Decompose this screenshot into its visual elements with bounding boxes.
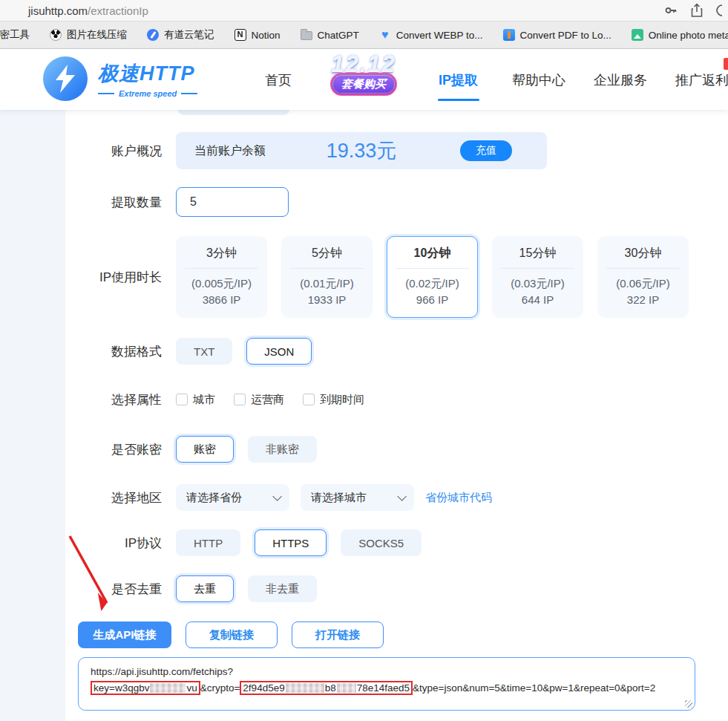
folder-icon [301, 31, 312, 40]
panda-icon [50, 29, 62, 41]
toolbar-partial-icon[interactable] [715, 3, 722, 18]
textarea-resize-grip[interactable] [685, 700, 692, 708]
generate-api-link-button[interactable]: 生成API链接 [78, 622, 171, 648]
youdao-pencil-icon [147, 29, 159, 41]
photo-metadata-icon [632, 29, 643, 41]
checkbox-icon[interactable] [234, 394, 246, 405]
region-label: 选择地区 [65, 489, 162, 506]
bookmark-label: Convert WEBP to... [396, 30, 483, 41]
auth-row: 是否账密 账密 非账密 [65, 436, 728, 463]
url-host: jisuhttp.com [28, 4, 88, 17]
notion-icon: N [235, 29, 246, 41]
nav-ip-extract[interactable]: IP提取 [439, 71, 478, 89]
duration-option-10min-selected[interactable]: 10分钟 (0.02元/IP) 966 IP [387, 236, 478, 318]
actions-row: 生成API链接 复制链接 打开链接 [65, 622, 728, 648]
bookmark-item[interactable]: Online photo meta... [632, 29, 728, 41]
attributes-row: 选择属性 城市 运营商 到期时间 [65, 391, 728, 408]
bookmark-item[interactable]: 加密工具 [0, 28, 30, 42]
checkbox-carrier[interactable]: 运营商 [234, 393, 284, 407]
chevron-down-icon [397, 492, 407, 501]
promo-buy-label: 套餐购买 [330, 73, 397, 96]
duration-option-3min[interactable]: 3分钟 (0.005元/IP) 3866 IP [176, 236, 267, 318]
protocol-option-socks5[interactable]: SOCKS5 [341, 529, 422, 556]
format-row: 数据格式 TXT JSON [65, 338, 728, 365]
balance-label: 当前账户余额 [194, 143, 266, 159]
site-logo[interactable]: 极速HTTP Extreme speed [43, 56, 197, 101]
masked-key-segment [150, 683, 186, 693]
protocol-row: IP协议 HTTP HTTPS SOCKS5 [65, 529, 728, 556]
dedupe-row: 是否去重 去重 非去重 [65, 575, 728, 602]
bookmark-item[interactable]: 有道云笔记 [147, 28, 214, 42]
promo-badge-1212[interactable]: 12.12 套餐购买 [319, 50, 408, 96]
city-select[interactable]: 请选择城市 [301, 484, 414, 511]
recharge-button[interactable]: 充值 [460, 140, 512, 161]
duration-option-30min[interactable]: 30分钟 (0.06元/IP) 322 IP [597, 236, 689, 318]
nav-home[interactable]: 首页 [265, 71, 292, 89]
dedupe-option-no[interactable]: 非去重 [248, 575, 317, 602]
extraction-form-card: 账户概况 当前账户余额 19.33元 充值 提取数量 IP使用时长 3分钟 (0… [65, 110, 728, 721]
account-label: 账户概况 [65, 143, 162, 160]
auth-label: 是否账密 [65, 441, 162, 458]
site-header: 极速HTTP Extreme speed 首页 12.12 套餐购买 IP提取 … [0, 49, 728, 110]
bookmark-item[interactable]: ChatGPT [301, 30, 359, 41]
nav-referral[interactable]: 推广返利 [675, 71, 728, 89]
bookmark-item[interactable]: N Notion [235, 29, 281, 41]
browser-topbar: jisuhttp.com/extractionIp [0, 0, 728, 21]
logo-subtitle: Extreme speed [98, 89, 197, 98]
address-bar[interactable]: jisuhttp.com/extractionIp [28, 4, 148, 17]
bookmark-label: ChatGPT [318, 30, 359, 41]
lightning-logo-icon [43, 56, 88, 101]
duration-option-5min[interactable]: 5分钟 (0.01元/IP) 1933 IP [281, 236, 373, 318]
password-key-icon[interactable] [663, 3, 678, 18]
quantity-row: 提取数量 [65, 187, 728, 217]
share-icon[interactable] [690, 3, 704, 18]
open-link-button[interactable]: 打开链接 [292, 622, 384, 648]
bookmarks-bar: 加密工具 图片在线压缩 有道云笔记 N Notion ChatGPT ♥ Con… [0, 21, 728, 49]
logo-title: 极速HTTP [98, 60, 197, 87]
api-url-params: key=w3qgbvvu&crypto=2f94d5e9b878e14faed5… [91, 680, 683, 696]
duration-row: IP使用时长 3分钟 (0.005元/IP) 3866 IP 5分钟 (0.01… [65, 236, 728, 318]
heart-icon: ♥ [379, 29, 391, 41]
checkbox-city[interactable]: 城市 [176, 393, 215, 407]
bookmark-item[interactable]: ♥ Convert WEBP to... [379, 29, 483, 41]
region-row: 选择地区 请选择省份 请选择城市 省份城市代码 [65, 484, 728, 511]
format-option-txt[interactable]: TXT [176, 338, 232, 365]
checkbox-icon[interactable] [303, 394, 315, 405]
duration-label: IP使用时长 [65, 269, 162, 286]
dedupe-label: 是否去重 [65, 581, 162, 598]
auth-option-no-password[interactable]: 非账密 [248, 436, 317, 463]
province-select[interactable]: 请选择省份 [176, 484, 289, 511]
protocol-option-http[interactable]: HTTP [176, 529, 240, 556]
url-path: /extractionIp [88, 4, 148, 17]
nav-help-center[interactable]: 帮助中心 [512, 71, 565, 89]
format-option-json-selected[interactable]: JSON [246, 338, 312, 365]
key-param-highlight-box: key=w3qgbvvu [91, 681, 200, 695]
bookmark-item[interactable]: Convert PDF to Lo... [503, 29, 611, 41]
crypto-param-highlight-box: 2f94d5e9b878e14faed5 [240, 681, 413, 695]
auth-option-password-selected[interactable]: 账密 [176, 436, 234, 463]
balance-bar: 当前账户余额 19.33元 充值 [176, 132, 547, 169]
quantity-input[interactable] [176, 187, 289, 217]
bookmark-label: Online photo meta... [649, 30, 728, 41]
attributes-label: 选择属性 [65, 391, 162, 408]
copy-link-button[interactable]: 复制链接 [186, 622, 278, 648]
scrolled-cutoff-element [178, 110, 289, 115]
format-label: 数据格式 [65, 343, 162, 360]
nav-enterprise[interactable]: 企业服务 [594, 71, 647, 89]
bookmark-label: Notion [252, 30, 281, 41]
pdf-converter-icon [503, 29, 515, 41]
checkbox-expiry[interactable]: 到期时间 [303, 393, 364, 407]
duration-option-15min[interactable]: 15分钟 (0.03元/IP) 644 IP [492, 236, 583, 318]
province-city-code-link[interactable]: 省份城市代码 [425, 491, 492, 505]
protocol-option-https-selected[interactable]: HTTPS [255, 529, 327, 556]
api-url-textarea[interactable]: https://api.jisuhttp.com/fetchips? key=w… [78, 657, 695, 711]
masked-crypto-segment [337, 683, 356, 693]
bookmark-item[interactable]: 图片在线压缩 [50, 28, 127, 42]
bookmark-label: 有道云笔记 [164, 28, 214, 42]
nav-red-badge [724, 58, 728, 70]
dedupe-option-yes-selected[interactable]: 去重 [176, 575, 234, 602]
checkbox-icon[interactable] [176, 394, 188, 405]
api-url-line1: https://api.jisuhttp.com/fetchips? [91, 664, 683, 680]
bookmark-label: 图片在线压缩 [67, 28, 127, 42]
chevron-down-icon [272, 492, 282, 501]
